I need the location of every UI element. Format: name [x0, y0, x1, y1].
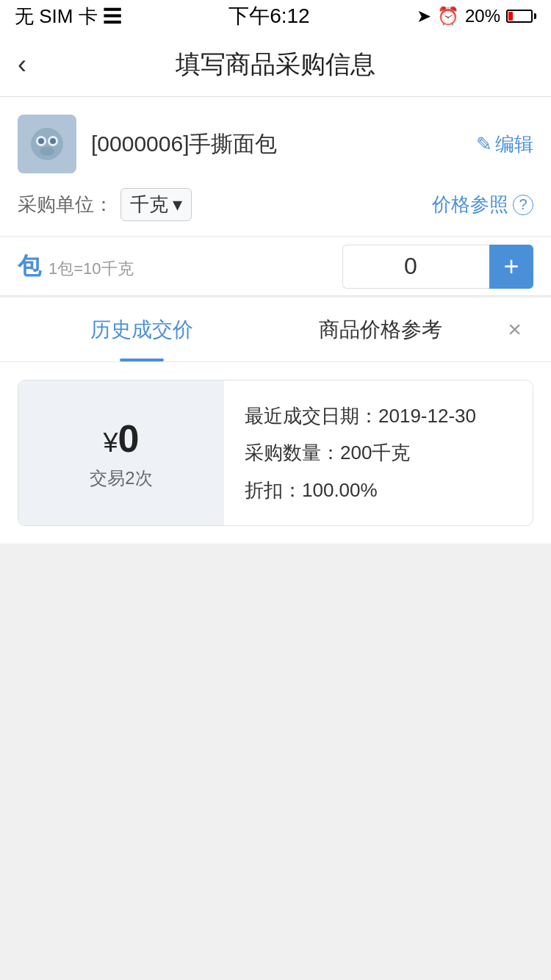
currency-symbol: ¥ — [104, 428, 118, 458]
tab-active-indicator — [120, 359, 164, 361]
price-amount: ¥0 — [104, 417, 140, 461]
discount-row: 折扣：100.00% — [245, 477, 512, 503]
discount-value: 100.00% — [302, 479, 378, 501]
location-icon: ➤ — [417, 6, 431, 26]
price-trades: 交易2次 — [90, 466, 152, 490]
edit-icon: ✎ — [476, 133, 492, 156]
svg-point-3 — [38, 138, 44, 144]
page-title: 填写商品采购信息 — [62, 48, 489, 82]
product-name: [0000006]手撕面包 — [91, 129, 277, 159]
bottom-panel: 历史成交价 商品价格参考 × ¥0 交易2次 最近成交日期：2019-12-30… — [0, 298, 551, 544]
battery-indicator — [506, 10, 536, 23]
unit-label: 采购单位： 千克 ▾ — [18, 188, 192, 221]
product-left: [0000006]手撕面包 — [18, 115, 277, 173]
edit-button[interactable]: ✎ 编辑 — [476, 131, 533, 157]
chevron-down-icon: ▾ — [173, 193, 182, 216]
tab-history-label: 历史成交价 — [90, 316, 193, 344]
qty-row-detail: 采购数量：200千克 — [245, 439, 512, 466]
back-button[interactable]: ‹ — [18, 49, 62, 80]
price-ref-button[interactable]: 价格参照 ? — [432, 192, 533, 217]
qty-label-detail: 采购数量： — [245, 442, 340, 464]
quantity-input-area: + — [342, 245, 533, 289]
panel-content: ¥0 交易2次 最近成交日期：2019-12-30 采购数量：200千克 折扣：… — [0, 362, 551, 544]
battery-percent: 20% — [465, 6, 500, 26]
recent-date-label: 最近成交日期： — [245, 405, 378, 427]
unit-select[interactable]: 千克 ▾ — [120, 188, 192, 221]
edit-label: 编辑 — [495, 131, 533, 157]
price-ref-label: 价格参照 — [432, 192, 508, 217]
price-value: 0 — [118, 417, 140, 460]
alarm-icon: ⏰ — [437, 6, 459, 26]
svg-point-4 — [50, 138, 56, 144]
qty-value: 200千克 — [340, 442, 410, 464]
product-card: [0000006]手撕面包 ✎ 编辑 采购单位： 千克 ▾ 价格参照 ? — [0, 97, 551, 236]
unit-prefix: 采购单位： — [18, 192, 113, 217]
status-time: 下午6:12 — [228, 2, 310, 30]
quantity-sub-unit: 1包=10千克 — [48, 258, 134, 280]
nav-bar: ‹ 填写商品采购信息 — [0, 32, 551, 97]
main-background — [0, 544, 551, 980]
product-icon — [18, 115, 76, 173]
status-left: 无 SIM 卡 ☰ — [15, 4, 122, 29]
price-card: ¥0 交易2次 最近成交日期：2019-12-30 采购数量：200千克 折扣：… — [18, 380, 533, 526]
status-right: ➤ ⏰ 20% — [417, 6, 536, 26]
svg-point-5 — [40, 147, 54, 156]
quantity-label: 包 1包=10千克 — [18, 251, 342, 283]
unit-value: 千克 — [130, 192, 168, 217]
quantity-row: 包 1包=10千克 + — [0, 237, 551, 296]
tab-price-ref-label: 商品价格参考 — [319, 316, 442, 344]
help-icon: ? — [513, 195, 533, 215]
sim-label: 无 SIM 卡 ☰ — [15, 4, 122, 29]
recent-date-value: 2019-12-30 — [378, 405, 476, 427]
tab-product-price-ref[interactable]: 商品价格参考 — [262, 298, 501, 361]
quantity-unit: 包 — [18, 251, 41, 283]
product-bottom: 采购单位： 千克 ▾ 价格参照 ? — [18, 188, 533, 221]
close-button[interactable]: × — [500, 309, 529, 350]
quantity-input[interactable] — [342, 245, 489, 289]
discount-label: 折扣： — [245, 479, 302, 501]
price-card-left: ¥0 交易2次 — [18, 381, 224, 525]
quantity-plus-button[interactable]: + — [489, 245, 533, 289]
status-bar: 无 SIM 卡 ☰ 下午6:12 ➤ ⏰ 20% — [0, 0, 551, 32]
recent-date-row: 最近成交日期：2019-12-30 — [245, 403, 512, 429]
tabs: 历史成交价 商品价格参考 × — [0, 298, 551, 362]
price-card-right: 最近成交日期：2019-12-30 采购数量：200千克 折扣：100.00% — [224, 381, 533, 525]
tab-history-price[interactable]: 历史成交价 — [22, 298, 262, 361]
product-top: [0000006]手撕面包 ✎ 编辑 — [18, 115, 533, 173]
